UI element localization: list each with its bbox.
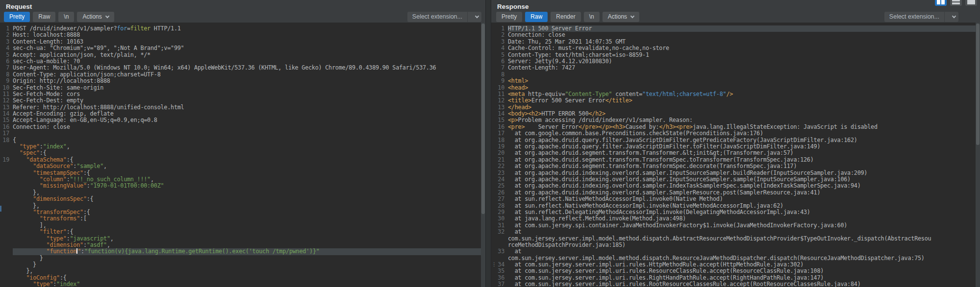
code-row[interactable]: "dimension":"asdf", xyxy=(0,242,485,248)
code-row[interactable]: 6sec-ch-ua-mobile: ?0 xyxy=(0,58,485,65)
code-row[interactable]: "ioConfig":{ xyxy=(0,275,485,281)
code-row[interactable]: 16<pre> Server Error</pre></p><h3>Caused… xyxy=(491,124,980,130)
code-row[interactable]: 18 at org.apache.druid.query.filter.Java… xyxy=(491,137,980,144)
code-row[interactable]: 24 at org.apache.druid.indexing.overlord… xyxy=(491,176,980,183)
response-raw-tab[interactable]: Raw xyxy=(525,12,548,22)
code-row[interactable]: 1HTTP/1.1 500 Server Error xyxy=(491,25,980,32)
request-extension-select[interactable]: Select extension... xyxy=(407,12,481,22)
code-row[interactable]: "transformSpec":{ xyxy=(0,209,485,215)
request-raw-tab[interactable]: Raw xyxy=(33,12,55,22)
code-row[interactable]: 13</head> xyxy=(491,104,980,111)
code-row[interactable]: 36 at com.sun.jersey.server.impl.uri.rul… xyxy=(491,275,980,281)
code-row[interactable]: 28 at sun.reflect.NativeMethodAccessorIm… xyxy=(491,203,980,209)
code-row[interactable]: 5Content-Type: text/html;charset=iso-885… xyxy=(491,52,980,58)
code-row[interactable]: 4Cache-Control: must-revalidate,no-cache… xyxy=(491,45,980,51)
code-row[interactable]: 37 at com.sun.jersey.server.impl.uri.rul… xyxy=(491,281,980,287)
response-newline-toggle[interactable]: \n xyxy=(584,12,600,22)
code-row[interactable]: 12<title>Error 500 Server Error</title> xyxy=(491,97,980,104)
code-row[interactable]: "spec":{ xyxy=(0,150,485,156)
code-row[interactable]: "filter":{ xyxy=(0,229,485,235)
code-row[interactable]: }, xyxy=(0,268,485,274)
code-row[interactable]: 15Accept-Language: en-GB,en-US;q=0.9,en;… xyxy=(0,117,485,123)
response-scrollbar[interactable] xyxy=(976,23,980,287)
code-row[interactable]: 8Content-Type: application/json;charset=… xyxy=(0,72,485,78)
code-row[interactable]: 6Server: Jetty(9.4.12.v20180830) xyxy=(491,58,980,65)
code-row[interactable]: 22 at org.apache.druid.segment.transform… xyxy=(491,163,980,169)
code-row[interactable]: 11<meta http-equiv="Content-Type" conten… xyxy=(491,91,980,97)
layout-single-icon[interactable] xyxy=(965,0,977,6)
code-row[interactable]: 26 at org.apache.druid.indexing.overlord… xyxy=(491,190,980,196)
code-row[interactable]: com.sun.jersey.server.impl.model.method.… xyxy=(491,255,980,262)
response-actions-menu[interactable]: Actions xyxy=(603,12,639,22)
code-row[interactable]: 16Connection: close xyxy=(0,124,485,130)
code-row[interactable]: 15<p>Problem accessing /druid/indexer/v1… xyxy=(491,117,980,123)
code-row[interactable]: 17 xyxy=(0,130,485,137)
panel-divider[interactable] xyxy=(485,0,491,287)
layout-columns-icon[interactable] xyxy=(935,0,947,6)
code-row[interactable]: "type":"index" xyxy=(0,281,485,287)
code-row[interactable]: 12Sec-Fetch-Dest: empty xyxy=(0,97,485,104)
code-row[interactable]: 33 at xyxy=(491,248,980,255)
response-render-tab[interactable]: Render xyxy=(551,12,580,22)
code-row[interactable]: ], xyxy=(0,222,485,229)
response-scrollbar-thumb[interactable] xyxy=(976,24,980,145)
request-newline-toggle[interactable]: \n xyxy=(58,12,74,22)
code-row[interactable]: ⋮34 at com.sun.jersey.server.impl.uri.ru… xyxy=(491,262,980,268)
code-row[interactable]: "dataSource":"sample", xyxy=(0,163,485,169)
code-row[interactable]: 31 at com.sun.jersey.spi.container.JavaM… xyxy=(491,222,980,229)
code-row[interactable]: 27 at sun.reflect.NativeMethodAccessorIm… xyxy=(491,196,980,202)
code-row[interactable]: 21 at org.apache.druid.segment.transform… xyxy=(491,157,980,163)
code-row[interactable]: 23 at org.apache.druid.indexing.overlord… xyxy=(491,170,980,176)
code-row[interactable]: 11Sec-Fetch-Mode: cors xyxy=(0,91,485,97)
code-row[interactable]: rceMethodDispatchProvider.java:185) xyxy=(491,242,980,248)
response-pretty-tab[interactable]: Pretty xyxy=(496,12,522,22)
code-row[interactable]: 20 at org.apache.druid.segment.transform… xyxy=(491,150,980,156)
request-scrollbar[interactable] xyxy=(481,23,485,287)
code-row[interactable]: 30 at java.lang.reflect.Method.invoke(Me… xyxy=(491,215,980,222)
request-scrollbar-thumb[interactable] xyxy=(481,24,485,214)
code-row[interactable]: 35 at com.sun.jersey.server.impl.uri.rul… xyxy=(491,268,980,274)
code-row[interactable]: 14Accept-Encoding: gzip, deflate xyxy=(0,111,485,117)
code-row[interactable]: 9Origin: http://localhost:8888 xyxy=(0,78,485,84)
code-row[interactable]: 29 at sun.reflect.DelegatingMethodAccess… xyxy=(491,209,980,215)
code-row[interactable]: 17 at com.google.common.base.Preconditio… xyxy=(491,130,980,137)
code-row[interactable]: 10Sec-Fetch-Site: same-origin xyxy=(0,85,485,91)
code-row[interactable]: } xyxy=(0,255,485,262)
code-row[interactable]: 32 at xyxy=(491,229,980,235)
code-row[interactable]: 18{ xyxy=(0,137,485,144)
response-editor[interactable]: 1HTTP/1.1 500 Server Error2Connection: c… xyxy=(491,23,980,287)
code-row[interactable]: 13Referer: http://localhost:8888/unified… xyxy=(0,104,485,111)
code-row[interactable]: "type":"javascript", xyxy=(0,236,485,242)
code-row[interactable]: }, xyxy=(0,203,485,209)
code-row[interactable]: }, xyxy=(0,190,485,196)
request-pretty-tab[interactable]: Pretty xyxy=(4,12,30,22)
code-row[interactable]: 7Content-Length: 7427 xyxy=(491,65,980,71)
request-actions-menu[interactable]: Actions xyxy=(77,12,114,22)
code-row[interactable]: 8 xyxy=(491,72,980,78)
code-row[interactable]: 3Content-Length: 10163 xyxy=(0,39,485,45)
code-row[interactable]: "missingValue":"1970-01-01T00:00:00Z" xyxy=(0,183,485,189)
code-row[interactable]: "type":"index", xyxy=(0,144,485,150)
code-row[interactable]: com.sun.jersey.server.impl.model.method.… xyxy=(491,236,980,242)
code-row[interactable]: 4sec-ch-ua: "Chromium";v="89", ";Not A B… xyxy=(0,45,485,51)
code-row[interactable]: 9<html> xyxy=(491,78,980,84)
code-row[interactable]: 5Accept: application/json, text/plain, *… xyxy=(0,52,485,58)
layout-rows-icon[interactable] xyxy=(950,0,962,6)
code-row[interactable]: } xyxy=(0,262,485,268)
request-editor[interactable]: 1POST /druid/indexer/v1/sampler?for=filt… xyxy=(0,23,485,287)
code-row[interactable]: 3Date: Thu, 25 Mar 2021 14:07:35 GMT xyxy=(491,39,980,45)
code-row[interactable]: 14<body><h2>HTTP ERROR 500</h2> xyxy=(491,111,980,117)
code-row[interactable]: 2Connection: close xyxy=(491,32,980,38)
code-row[interactable]: "column":"!!!_no_such_column_!!!", xyxy=(0,176,485,183)
code-row[interactable]: 25 at org.apache.druid.indexing.overlord… xyxy=(491,183,980,189)
response-extension-select[interactable]: Select extension... xyxy=(884,12,958,22)
code-row[interactable]: "timestampSpec":{ xyxy=(0,170,485,176)
code-row[interactable]: "dimensionsSpec":{ xyxy=(0,196,485,202)
code-row[interactable]: 19 at org.apache.druid.query.filter.Java… xyxy=(491,144,980,150)
code-row[interactable]: 2Host: localhost:8888 xyxy=(0,32,485,38)
code-row[interactable]: 19 "dataSchema":{ xyxy=(0,157,485,163)
code-row[interactable]: 1POST /druid/indexer/v1/sampler?for=filt… xyxy=(0,25,485,32)
code-row[interactable]: 10<head> xyxy=(491,85,980,91)
code-row[interactable]: "transforms":[ xyxy=(0,215,485,222)
code-row[interactable]: "function":"function(v){java.lang.Runtim… xyxy=(0,248,485,255)
